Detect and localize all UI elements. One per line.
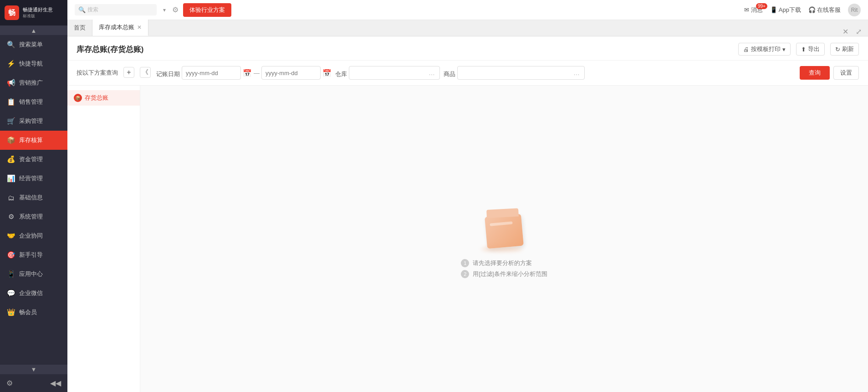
main-content: 🔍 搜索 ▾ ⚙ 体验行业方案 ✉ 消息 99+ 📱 App下载 🎧 在线客服 … (67, 0, 868, 392)
topbar: 🔍 搜索 ▾ ⚙ 体验行业方案 ✉ 消息 99+ 📱 App下载 🎧 在线客服 … (67, 0, 868, 20)
sidebar-item-funds[interactable]: 💰 资金管理 (0, 150, 67, 169)
sidebar-item-purchase[interactable]: 🛒 采购管理 (0, 112, 67, 131)
page-area: 库存总账(存货总账) 🖨 按模板打印 ▾ ⬆ 导出 ↻ 刷新 按以下方案查询 (67, 36, 868, 392)
page-header-actions: 🖨 按模板打印 ▾ ⬆ 导出 ↻ 刷新 (738, 43, 859, 56)
print-button[interactable]: 🖨 按模板打印 ▾ (738, 43, 791, 56)
sidebar-label-newbie: 新手引导 (19, 251, 43, 259)
left-panel-item-icon-symbol: 📦 (75, 96, 81, 101)
sidebar-item-shortcuts[interactable]: ⚡ 快捷导航 (0, 54, 67, 73)
topbar-chevron-icon[interactable]: ▾ (163, 7, 166, 13)
refresh-icon: ↻ (835, 46, 840, 53)
sidebar-item-sales[interactable]: 📋 销售管理 (0, 92, 67, 112)
sidebar-item-marketing[interactable]: 📢 营销推广 (0, 73, 67, 92)
sidebar-scroll-up[interactable]: ▲ (0, 26, 67, 35)
date-to-input[interactable] (261, 66, 321, 80)
tab-inventory-ledger-label: 库存成本总账 (99, 23, 134, 31)
sidebar-item-inventory[interactable]: 📦 库存核算 (0, 131, 67, 150)
app-logo: 畅 畅捷通好生意 标准版 (0, 0, 67, 26)
date-to-calendar-icon[interactable]: 📅 (322, 69, 332, 77)
step-2-text: 用[过滤]条件来缩小分析范围 (473, 270, 547, 278)
empty-step-1: 1 请先选择要分析的方案 (461, 259, 547, 267)
query-button[interactable]: 查询 (800, 66, 830, 80)
goods-filter-group: 商品 … (444, 66, 585, 80)
message-wrap[interactable]: ✉ 消息 99+ (744, 6, 763, 14)
tab-expand-btn[interactable]: ⤢ (854, 27, 863, 36)
trial-button[interactable]: 体验行业方案 (183, 3, 231, 17)
topbar-search[interactable]: 🔍 搜索 (75, 4, 157, 15)
tab-inventory-ledger[interactable]: 库存成本总账 ✕ (92, 20, 148, 36)
sidebar-label-search: 搜索菜单 (19, 41, 43, 49)
sidebar-label-sales: 销售管理 (19, 98, 43, 106)
goods-more-icon[interactable]: … (572, 69, 581, 76)
sidebar-collapse-btn[interactable]: ◀◀ (50, 379, 61, 387)
goods-select[interactable]: … (457, 66, 585, 80)
export-button[interactable]: ⬆ 导出 (796, 43, 825, 56)
sidebar-scroll-down[interactable]: ▼ (0, 365, 67, 374)
tabbar-right: ✕ ⤢ (836, 27, 868, 36)
filter-row: 记账日期 📅 — 📅 仓库 … 商品 (156, 66, 585, 80)
topbar-gear-icon[interactable]: ⚙ (172, 5, 179, 14)
settings-button[interactable]: 设置 (833, 66, 859, 80)
sidebar-label-operation: 经营管理 (19, 174, 43, 183)
sidebar-item-appstore[interactable]: 📱 应用中心 (0, 265, 67, 284)
search-icon: 🔍 (78, 6, 86, 13)
online-service-label: 在线客服 (817, 6, 841, 14)
step-2-num: 2 (461, 270, 469, 278)
date-from-calendar-icon[interactable]: 📅 (243, 69, 252, 77)
sidebar-nav: 🔍 搜索菜单 ⚡ 快捷导航 📢 营销推广 📋 销售管理 🛒 采购管理 📦 库存核… (0, 35, 67, 365)
left-panel: 📦 存货总账 (67, 86, 140, 392)
sidebar-icon-inventory: 📦 (6, 136, 15, 145)
page-header: 库存总账(存货总账) 🖨 按模板打印 ▾ ⬆ 导出 ↻ 刷新 (67, 36, 868, 61)
sidebar-item-member[interactable]: 👑 畅会员 (0, 303, 67, 322)
sidebar-item-search[interactable]: 🔍 搜索菜单 (0, 35, 67, 54)
filter-collapse-button[interactable]: 《 (140, 67, 151, 78)
sidebar-item-operation[interactable]: 📊 经营管理 (0, 169, 67, 188)
warehouse-more-icon[interactable]: … (428, 69, 436, 76)
app-download-btn[interactable]: 📱 App下载 (770, 6, 801, 14)
sidebar-label-funds: 资金管理 (19, 155, 43, 163)
sidebar-icon-shortcuts: ⚡ (6, 59, 15, 68)
warehouse-select[interactable]: … (349, 66, 440, 80)
app-download-label: App下载 (779, 6, 801, 14)
date-filter-label: 记账日期 (156, 67, 180, 78)
tab-close-icon[interactable]: ✕ (137, 24, 142, 31)
goods-filter-label: 商品 (444, 67, 455, 78)
empty-step-2: 2 用[过滤]条件来缩小分析范围 (461, 270, 547, 278)
sidebar-item-system[interactable]: ⚙ 系统管理 (0, 207, 67, 226)
message-badge: 99+ (756, 3, 767, 9)
left-panel-item-label: 存货总账 (85, 94, 108, 102)
sidebar-icon-purchase: 🛒 (6, 117, 15, 126)
sidebar-label-enterprise: 企业协同 (19, 232, 43, 240)
sidebar-icon-enterprise: 🤝 (6, 231, 15, 240)
sidebar-label-member: 畅会员 (19, 308, 37, 316)
sidebar-icon-member: 👑 (6, 308, 15, 317)
left-panel-item-inventory-total[interactable]: 📦 存货总账 (67, 90, 140, 106)
online-service-btn[interactable]: 🎧 在线客服 (808, 6, 841, 14)
sidebar-item-newbie[interactable]: 🎯 新手引导 (0, 245, 67, 265)
sidebar-label-appstore: 应用中心 (19, 270, 43, 278)
step-1-num: 1 (461, 259, 469, 267)
sidebar-item-enterprise[interactable]: 🤝 企业协同 (0, 226, 67, 245)
filter-area: 按以下方案查询 + 《 记账日期 📅 — 📅 仓库 … (67, 61, 868, 86)
filter-label: 按以下方案查询 (77, 66, 118, 77)
refresh-button[interactable]: ↻ 刷新 (830, 43, 859, 56)
sidebar-item-basic[interactable]: 🗂 基础信息 (0, 188, 67, 207)
sidebar-item-wechat[interactable]: 💬 企业微信 (0, 284, 67, 303)
tab-home[interactable]: 首页 (67, 20, 92, 36)
page-title: 库存总账(存货总账) (77, 44, 143, 55)
search-placeholder: 搜索 (87, 6, 98, 14)
user-avatar[interactable]: Rit (848, 4, 861, 16)
sidebar-icon-funds: 💰 (6, 155, 15, 164)
date-from-input[interactable] (182, 66, 241, 80)
tabbar: 首页 库存成本总账 ✕ ✕ ⤢ (67, 20, 868, 36)
sidebar-footer: ⚙ ◀◀ (0, 374, 67, 392)
sidebar-label-inventory: 库存核算 (19, 136, 43, 144)
sidebar-icon-basic: 🗂 (6, 193, 15, 202)
sidebar-icon-sales: 📋 (6, 97, 15, 107)
filter-add-button[interactable]: + (123, 67, 134, 78)
sidebar-icon-wechat: 💬 (6, 289, 15, 298)
sidebar-settings-btn[interactable]: ⚙ (6, 379, 13, 387)
sidebar-label-shortcuts: 快捷导航 (19, 60, 43, 68)
tab-close-all-btn[interactable]: ✕ (841, 27, 850, 36)
date-dash: — (254, 70, 260, 76)
